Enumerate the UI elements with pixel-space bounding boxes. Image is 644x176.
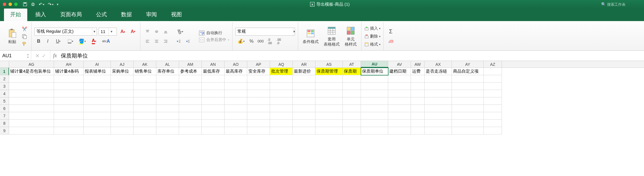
cell-AL1[interactable]: 库存单位 <box>156 68 179 75</box>
cell-AY1[interactable]: 商品自定义项 <box>452 68 484 75</box>
cell-AG1[interactable]: 辅计量4是否包装单位 <box>9 68 54 75</box>
cell-AJ4[interactable] <box>111 90 134 97</box>
cell-AG4[interactable] <box>9 90 54 97</box>
cell-AG2[interactable] <box>9 75 54 83</box>
cell-AN1[interactable]: 最低库存 <box>202 68 225 75</box>
column-header-AO[interactable]: AO <box>225 61 247 67</box>
cell-AO6[interactable] <box>225 105 247 112</box>
cell-AU1[interactable]: 保质期单位 <box>361 68 388 75</box>
cell-AV8[interactable] <box>388 120 411 127</box>
cell-AS8[interactable] <box>315 120 343 127</box>
cell-AJ3[interactable] <box>111 83 134 90</box>
row-header-4[interactable]: 4 <box>0 90 9 97</box>
font-size-input[interactable] <box>99 28 109 35</box>
cell-AX3[interactable] <box>425 83 452 90</box>
decrease-indent-button[interactable] <box>174 37 183 45</box>
name-box[interactable]: ▴▾ <box>0 51 31 61</box>
cell-AU3[interactable] <box>361 83 388 90</box>
number-format-input[interactable] <box>236 28 293 35</box>
wrap-text-button[interactable]: 自动换行 <box>199 30 229 36</box>
name-box-dropdown[interactable]: ▴▾ <box>27 53 29 59</box>
cell-AN9[interactable] <box>202 127 225 134</box>
italic-button[interactable]: I <box>43 37 52 45</box>
chevron-down-icon[interactable]: ▾ <box>92 28 97 35</box>
fill-color-button[interactable]: 🪣▾ <box>76 37 88 45</box>
row-header-7[interactable]: 7 <box>0 112 9 120</box>
cell-AO7[interactable] <box>225 112 247 120</box>
column-header-AN[interactable]: AN <box>202 61 225 67</box>
column-header-AU[interactable]: AU <box>361 61 388 67</box>
cell-AQ1[interactable]: 批次管理 <box>270 68 293 75</box>
align-middle-button[interactable] <box>152 28 161 36</box>
cell-AY9[interactable] <box>452 127 484 134</box>
column-header-AZ[interactable]: AZ <box>484 61 502 67</box>
cell-AT2[interactable] <box>343 75 361 83</box>
cell-AP4[interactable] <box>247 90 270 97</box>
cell-AY7[interactable] <box>452 112 484 120</box>
cell-AR3[interactable] <box>293 83 315 90</box>
ribbon-tab-0[interactable]: 开始 <box>4 9 27 21</box>
cell-AN7[interactable] <box>202 112 225 120</box>
cell-AO9[interactable] <box>225 127 247 134</box>
cell-AQ6[interactable] <box>270 105 293 112</box>
cell-AZ8[interactable] <box>484 120 502 127</box>
cell-AX1[interactable]: 是否走冻链 <box>425 68 452 75</box>
cell-AY8[interactable] <box>452 120 484 127</box>
cell-AV7[interactable] <box>388 112 411 120</box>
delete-cells-button[interactable]: 删除 ▾ <box>364 33 381 40</box>
cell-AM7[interactable] <box>179 112 202 120</box>
cancel-formula-button[interactable]: ✕ <box>35 53 40 59</box>
cell-AK8[interactable] <box>134 120 156 127</box>
cell-AM3[interactable] <box>179 83 202 90</box>
cell-AI9[interactable] <box>84 127 111 134</box>
column-header-AR[interactable]: AR <box>293 61 315 67</box>
column-header-AH[interactable]: AH <box>54 61 84 67</box>
cell-AO8[interactable] <box>225 120 247 127</box>
increase-font-button[interactable]: A▴ <box>119 28 127 36</box>
cell-AI8[interactable] <box>84 120 111 127</box>
cell-AT7[interactable] <box>343 112 361 120</box>
cell-AR5[interactable] <box>293 97 315 105</box>
chevron-down-icon[interactable]: ▾ <box>109 28 114 35</box>
cell-AV6[interactable] <box>388 105 411 112</box>
cell-AW1[interactable]: 运费 <box>411 68 425 75</box>
minimize-window-button[interactable] <box>9 3 12 6</box>
align-center-button[interactable] <box>152 37 161 45</box>
cell-AS7[interactable] <box>315 112 343 120</box>
cell-AT3[interactable] <box>343 83 361 90</box>
cell-AZ5[interactable] <box>484 97 502 105</box>
cell-AK9[interactable] <box>134 127 156 134</box>
column-header-AK[interactable]: AK <box>134 61 156 67</box>
cell-AN5[interactable] <box>202 97 225 105</box>
cell-AL2[interactable] <box>156 75 179 83</box>
copy-button[interactable] <box>20 33 28 40</box>
cell-AW6[interactable] <box>411 105 425 112</box>
accept-formula-button[interactable]: ✓ <box>42 53 46 59</box>
cell-AR1[interactable]: 最新进价 <box>293 68 315 75</box>
cell-AU9[interactable] <box>361 127 388 134</box>
cell-AZ2[interactable] <box>484 75 502 83</box>
cell-AM9[interactable] <box>179 127 202 134</box>
cell-AT9[interactable] <box>343 127 361 134</box>
cell-AK2[interactable] <box>134 75 156 83</box>
cell-AS5[interactable] <box>315 97 343 105</box>
insert-cells-button[interactable]: 插入 ▾ <box>364 25 381 32</box>
cell-AR8[interactable] <box>293 120 315 127</box>
cell-reference-input[interactable] <box>2 53 22 59</box>
cell-AP5[interactable] <box>247 97 270 105</box>
align-left-button[interactable] <box>143 37 152 45</box>
cell-AO2[interactable] <box>225 75 247 83</box>
bold-button[interactable]: B <box>34 37 43 45</box>
cell-AG9[interactable] <box>9 127 54 134</box>
column-header-AI[interactable]: AI <box>84 61 111 67</box>
cell-AN8[interactable] <box>202 120 225 127</box>
cell-AH8[interactable] <box>54 120 84 127</box>
increase-decimal-button[interactable]: .0.00 <box>265 37 274 45</box>
cell-AI3[interactable] <box>84 83 111 90</box>
cell-AL5[interactable] <box>156 97 179 105</box>
row-header-8[interactable]: 8 <box>0 120 9 127</box>
cell-AS4[interactable] <box>315 90 343 97</box>
cell-AI4[interactable] <box>84 90 111 97</box>
cell-AG6[interactable] <box>9 105 54 112</box>
column-header-AV[interactable]: AV <box>388 61 411 67</box>
